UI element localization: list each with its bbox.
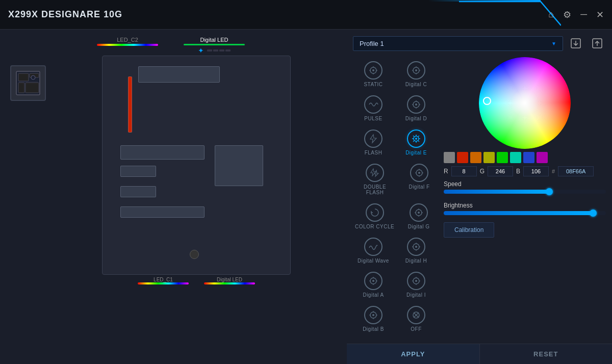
static-label: STATIC <box>364 82 382 87</box>
digital-h-icon <box>407 238 425 256</box>
digital-g-label: Digital G <box>408 224 430 229</box>
mode-digital-c[interactable]: Digital C <box>396 57 437 91</box>
window-controls: ⌂ ⚙ ─ ✕ <box>548 9 604 20</box>
color-wheel[interactable] <box>479 57 571 149</box>
digital-wave-icon <box>364 238 382 256</box>
export-profile-button[interactable] <box>589 35 606 52</box>
digital-e-label: Digital E <box>405 150 427 155</box>
swatch-green[interactable] <box>497 152 508 163</box>
digital-e-icon <box>407 129 425 148</box>
import-profile-button[interactable] <box>567 35 584 52</box>
svg-rect-4 <box>26 83 39 93</box>
color-wheel-selector[interactable] <box>483 97 491 105</box>
double-flash-icon <box>366 164 384 182</box>
swatch-yellow[interactable] <box>483 152 495 163</box>
b-input[interactable] <box>523 166 549 176</box>
mode-static[interactable]: STATIC <box>353 57 394 91</box>
svg-point-12 <box>372 69 374 71</box>
r-input[interactable] <box>451 166 477 176</box>
speed-section: Speed <box>444 180 606 198</box>
modes-column: STATIC D <box>353 57 440 359</box>
hex-input[interactable] <box>558 166 594 176</box>
brightness-track[interactable] <box>444 211 606 215</box>
mode-color-cycle[interactable]: COLOR CYCLE <box>353 199 396 233</box>
mode-digital-g[interactable]: Digital G <box>398 199 439 233</box>
pulse-label: PULSE <box>364 116 382 121</box>
close-icon[interactable]: ✕ <box>596 9 604 20</box>
mode-double-flash[interactable]: DOUBLE FLASH <box>353 160 397 199</box>
mode-digital-b[interactable]: Digital B <box>353 302 394 336</box>
led-c1-tab[interactable]: LED_C1 <box>138 277 189 284</box>
svg-point-6 <box>31 75 35 80</box>
apply-button[interactable]: APPLY <box>347 344 480 364</box>
speed-track[interactable] <box>444 190 606 194</box>
digital-led-icon: ✦ <box>198 46 204 55</box>
calibration-button[interactable]: Calibration <box>444 222 494 238</box>
digital-h-label: Digital H <box>405 258 427 264</box>
swatch-gray[interactable] <box>444 152 455 163</box>
digital-f-label: Digital F <box>409 184 429 190</box>
digital-c-icon <box>407 61 425 80</box>
digital-i-label: Digital I <box>406 292 426 298</box>
color-swatches <box>444 152 606 163</box>
svg-point-52 <box>415 246 417 248</box>
digital-b-label: Digital B <box>363 326 384 332</box>
app-title: X299X DESIGNARE 10G <box>8 9 122 20</box>
flash-label: FLASH <box>365 150 382 155</box>
b-label: B <box>516 168 520 175</box>
swatch-red[interactable] <box>457 152 468 163</box>
brightness-section: Brightness <box>444 202 606 219</box>
mb-thumbnail[interactable] <box>10 65 46 101</box>
svg-point-40 <box>418 172 420 174</box>
mode-digital-e[interactable]: Digital E <box>396 125 437 160</box>
hash-symbol: # <box>552 168 555 174</box>
svg-point-58 <box>372 280 374 282</box>
g-label: G <box>480 168 484 175</box>
swatch-teal[interactable] <box>510 152 521 163</box>
mode-digital-wave[interactable]: Digital Wave <box>353 233 394 268</box>
svg-point-46 <box>418 212 420 214</box>
svg-rect-3 <box>18 83 24 93</box>
digital-wave-label: Digital Wave <box>358 258 389 264</box>
mode-off[interactable]: OFF <box>396 302 437 336</box>
minimize-icon[interactable]: ─ <box>580 9 587 20</box>
digital-a-icon <box>364 272 382 290</box>
swatch-purple[interactable] <box>537 152 548 163</box>
r-label: R <box>444 168 448 175</box>
mode-digital-i[interactable]: Digital I <box>396 268 437 302</box>
mode-pulse[interactable]: PULSE <box>353 91 394 125</box>
digital-i-icon <box>407 272 425 290</box>
settings-icon[interactable]: ⚙ <box>563 9 571 20</box>
flash-icon <box>364 129 382 148</box>
led-c2-tab[interactable]: LED_C2 <box>97 37 158 55</box>
pulse-icon <box>364 95 382 114</box>
home-icon[interactable]: ⌂ <box>548 9 554 20</box>
digital-g-icon <box>410 203 428 222</box>
brightness-label: Brightness <box>444 202 606 209</box>
profile-row: Profile 1 ▼ <box>353 35 606 52</box>
reset-button[interactable]: RESET <box>480 344 613 364</box>
digital-led-bottom-tab[interactable]: Digital LED <box>204 277 255 284</box>
color-cycle-icon <box>366 203 384 222</box>
svg-point-18 <box>415 69 417 71</box>
left-panel: LED_C2 Digital LED ✦ <box>0 30 347 364</box>
g-input[interactable] <box>488 166 513 176</box>
swatch-orange[interactable] <box>470 152 481 163</box>
digital-f-icon <box>410 164 428 182</box>
digital-b-icon <box>364 306 382 324</box>
digital-c-label: Digital C <box>405 82 427 87</box>
dropdown-arrow: ▼ <box>551 41 556 46</box>
mode-digital-h[interactable]: Digital H <box>396 233 437 268</box>
digital-d-icon <box>407 95 425 114</box>
digital-d-label: Digital D <box>405 116 427 121</box>
swatch-blue[interactable] <box>523 152 534 163</box>
svg-point-70 <box>372 314 374 316</box>
mode-digital-d[interactable]: Digital D <box>396 91 437 125</box>
mode-flash[interactable]: FLASH <box>353 125 394 160</box>
mode-digital-f[interactable]: Digital F <box>399 160 440 199</box>
digital-led-tab[interactable]: Digital LED ✦ <box>184 37 245 55</box>
bottom-tabs: LED_C1 Digital LED <box>138 277 255 284</box>
svg-line-35 <box>413 136 415 137</box>
mode-digital-a[interactable]: Digital A <box>353 268 394 302</box>
profile-dropdown[interactable]: Profile 1 ▼ <box>353 36 563 51</box>
